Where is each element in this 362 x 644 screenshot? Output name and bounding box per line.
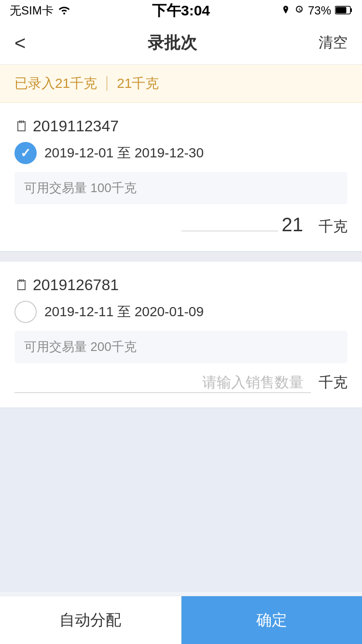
empty-area — [0, 408, 362, 592]
clear-button[interactable]: 清空 — [319, 33, 348, 53]
batch1-icon: 🗒 — [14, 118, 29, 135]
batch1-amount-line — [181, 231, 278, 231]
page-title: 录批次 — [148, 32, 197, 54]
batch2-quantity-input[interactable] — [14, 374, 311, 393]
nav-bar: < 录批次 清空 — [0, 21, 362, 65]
status-bar: 无SIM卡 下午3:04 73% — [0, 0, 362, 21]
batch1-avail-text: 可用交易量 100千克 — [24, 181, 137, 195]
batch1-id: 2019112347 — [33, 117, 119, 135]
carrier-text: 无SIM卡 — [10, 3, 54, 18]
batch1-date-row[interactable]: 2019-12-01 至 2019-12-30 — [14, 142, 348, 164]
batch1-unit: 千克 — [319, 217, 348, 237]
status-right: 73% — [281, 4, 352, 17]
banner-divider — [107, 76, 107, 91]
batch1-card: 🗒 2019112347 2019-12-01 至 2019-12-30 可用交… — [0, 103, 362, 204]
battery-icon — [335, 4, 352, 17]
svg-rect-1 — [350, 8, 352, 12]
batch2-radio[interactable] — [14, 301, 37, 323]
batch2-icon: 🗒 — [14, 277, 29, 294]
batch2-unit: 千克 — [319, 373, 348, 392]
auto-distribute-button[interactable]: 自动分配 — [0, 596, 181, 644]
batch2-avail-text: 可用交易量 200千克 — [24, 339, 137, 354]
location-icon — [281, 4, 291, 17]
info-banner: 已录入21千克 21千克 — [0, 65, 362, 103]
wifi-icon — [57, 4, 71, 17]
batch2-id: 2019126781 — [33, 276, 119, 294]
bottom-bar: 自动分配 确定 — [0, 596, 362, 644]
status-left: 无SIM卡 — [10, 3, 71, 18]
recorded-amount: 已录入21千克 — [14, 74, 97, 93]
batch1-avail: 可用交易量 100千克 — [14, 172, 348, 204]
back-button[interactable]: < — [14, 33, 26, 53]
batch2-avail: 可用交易量 200千克 — [14, 331, 348, 363]
batch1-id-row: 🗒 2019112347 — [14, 117, 348, 135]
battery-text: 73% — [308, 4, 331, 17]
batch2-date: 2019-12-11 至 2020-01-09 — [44, 303, 204, 321]
batch1-date: 2019-12-01 至 2019-12-30 — [44, 144, 204, 162]
batch1-amount-value: 21 — [282, 214, 304, 236]
total-amount: 21千克 — [117, 74, 159, 93]
batch2-input-row[interactable]: 千克 — [0, 363, 362, 408]
batch2-card: 🗒 2019126781 2019-12-11 至 2020-01-09 可用交… — [0, 262, 362, 363]
alarm-icon — [294, 4, 304, 17]
batch1-amount-wrapper: 21 千克 — [0, 204, 362, 252]
section-separator — [0, 252, 362, 262]
batch1-radio[interactable] — [14, 142, 37, 164]
batch2-id-row: 🗒 2019126781 — [14, 276, 348, 294]
confirm-button[interactable]: 确定 — [181, 596, 362, 644]
batch2-input-area[interactable] — [14, 374, 311, 393]
status-time: 下午3:04 — [152, 1, 210, 21]
batch2-date-row[interactable]: 2019-12-11 至 2020-01-09 — [14, 301, 348, 323]
svg-rect-2 — [336, 7, 347, 14]
